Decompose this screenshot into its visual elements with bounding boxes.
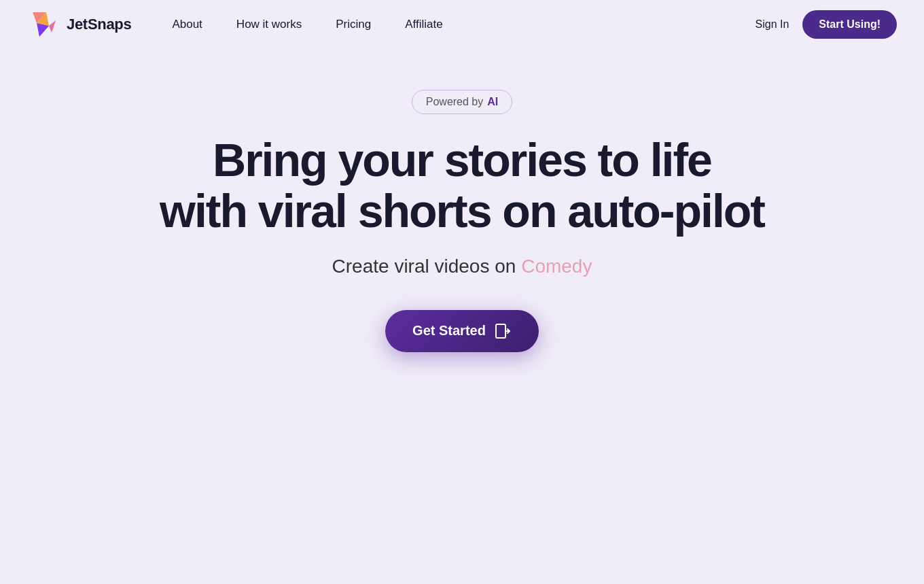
- hero-title-line2: with viral shorts on auto-pilot: [160, 185, 764, 237]
- logo-icon: [27, 8, 60, 41]
- nav-about[interactable]: About: [172, 18, 202, 31]
- arrow-right-icon: [494, 322, 512, 340]
- get-started-label: Get Started: [412, 323, 486, 339]
- logo-link[interactable]: JetSnaps: [27, 8, 131, 41]
- start-using-button[interactable]: Start Using!: [802, 10, 897, 39]
- subtitle-highlight: Comedy: [521, 256, 592, 277]
- navbar: JetSnaps About How it works Pricing Affi…: [0, 0, 924, 49]
- nav-pricing[interactable]: Pricing: [336, 18, 371, 31]
- hero-section: Powered by AI Bring your stories to life…: [0, 49, 924, 352]
- nav-links: About How it works Pricing Affiliate: [172, 18, 755, 31]
- brand-name: JetSnaps: [67, 16, 131, 33]
- nav-affiliate[interactable]: Affiliate: [405, 18, 442, 31]
- svg-rect-0: [496, 324, 505, 338]
- hero-title: Bring your stories to life with viral sh…: [160, 135, 764, 237]
- badge-prefix: Powered by: [426, 96, 484, 108]
- get-started-button[interactable]: Get Started: [385, 310, 539, 352]
- nav-actions: Sign In Start Using!: [756, 10, 897, 39]
- subtitle-prefix: Create viral videos on: [332, 256, 516, 277]
- hero-subtitle: Create viral videos on Comedy: [332, 256, 592, 277]
- sign-in-button[interactable]: Sign In: [756, 18, 789, 31]
- badge-highlight: AI: [487, 96, 498, 108]
- nav-how-it-works[interactable]: How it works: [236, 18, 302, 31]
- hero-title-line1: Bring your stories to life: [213, 134, 711, 186]
- powered-badge: Powered by AI: [412, 90, 513, 114]
